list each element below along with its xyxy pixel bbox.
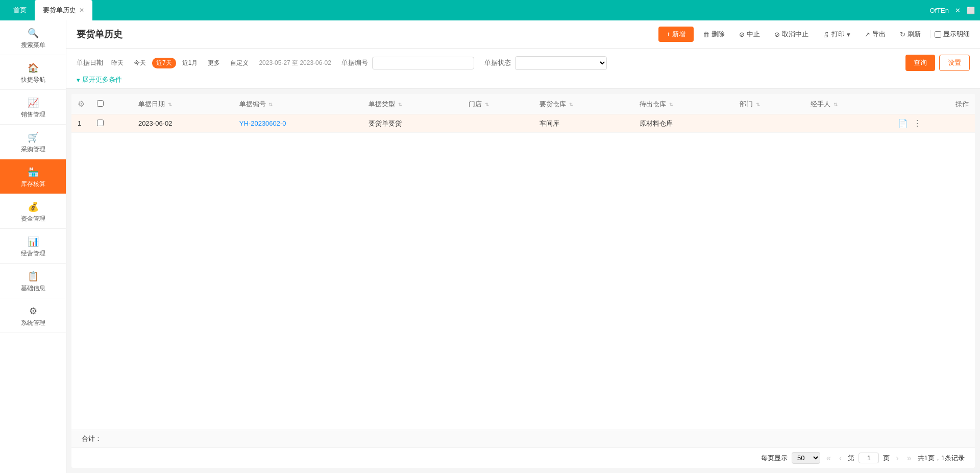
row-edit-button[interactable]: 📄 [896, 119, 910, 128]
content-area: 要货单历史 + 新增 🗑 删除 ⊘ 中止 ⊘ 取消中止 🖨 打印 [66, 20, 980, 473]
td-req-warehouse: 车间库 [533, 114, 633, 133]
basic-info-icon: 📋 [28, 271, 39, 282]
th-store: 门店 ⇅ [462, 94, 533, 114]
filter-row-1: 单据日期 昨天 今天 近7天 近1月 更多 自定义 2023-05-27 至 2… [77, 55, 970, 71]
order-no-label: 单据编号 [341, 58, 368, 67]
divider [930, 30, 930, 38]
td-action: 📄 ⋮ [890, 114, 975, 133]
filter-group-status: 单据状态 [484, 56, 607, 70]
date-btn-more[interactable]: 更多 [204, 58, 224, 68]
th-action: 操作 [890, 94, 975, 114]
last-page-button[interactable]: » [905, 454, 914, 463]
status-select[interactable] [515, 56, 607, 70]
sidebar-item-search[interactable]: 🔍 搜索菜单 [0, 20, 66, 55]
tab-home[interactable]: 首页 [5, 0, 35, 20]
stop-button[interactable]: ⊘ 中止 [734, 27, 765, 41]
row-more-button[interactable]: ⋮ [912, 119, 923, 128]
expand-more-button[interactable]: ▾ 展开更多条件 [77, 75, 970, 84]
sort-store-icon[interactable]: ⇅ [485, 102, 489, 107]
page-number-input[interactable] [859, 453, 879, 463]
filter-action-buttons: 查询 设置 [905, 55, 970, 71]
stop-icon: ⊘ [739, 31, 745, 38]
table-header-row: ⚙ 单据日期 ⇅ 单据编号 ⇅ [71, 94, 975, 114]
date-btn-custom[interactable]: 自定义 [226, 58, 253, 68]
td-index: 1 [71, 114, 91, 133]
sidebar-label-purchase: 采购管理 [21, 145, 45, 154]
date-btn-yesterday[interactable]: 昨天 [107, 58, 128, 68]
sort-handler-icon[interactable]: ⇅ [834, 102, 838, 107]
sidebar-item-inventory[interactable]: 🏪 库存核算 [0, 159, 66, 194]
table-area: ⚙ 单据日期 ⇅ 单据编号 ⇅ [71, 94, 975, 468]
show-detail-checkbox[interactable] [935, 31, 941, 38]
print-dropdown-icon: ▾ [847, 31, 850, 38]
sort-type-icon[interactable]: ⇅ [398, 102, 402, 107]
sidebar-item-basic-info[interactable]: 📋 基础信息 [0, 264, 66, 298]
order-no-input[interactable] [372, 57, 474, 69]
sidebar-label-basic-info: 基础信息 [21, 284, 45, 293]
tab-close-icon[interactable]: ✕ [79, 7, 84, 14]
sort-date-icon[interactable]: ⇅ [168, 102, 172, 107]
date-buttons: 昨天 今天 近7天 近1月 更多 自定义 [107, 58, 253, 68]
settings-button[interactable]: 设置 [939, 55, 970, 71]
sort-req-warehouse-icon[interactable]: ⇅ [569, 102, 573, 107]
sidebar-item-sales[interactable]: 📈 销售管理 [0, 90, 66, 125]
print-icon: 🖨 [823, 31, 829, 38]
td-pending-warehouse: 原材料仓库 [633, 114, 733, 133]
footer-summary: 合计： [71, 430, 975, 447]
tab-order-history[interactable]: 要货单历史 ✕ [35, 0, 92, 20]
column-settings-icon[interactable]: ⚙ [78, 100, 85, 108]
sort-dept-icon[interactable]: ⇅ [756, 102, 760, 107]
th-req-warehouse: 要货仓库 ⇅ [533, 94, 633, 114]
page-size-select[interactable]: 10 20 50 100 [792, 452, 820, 464]
purchase-icon: 🛒 [28, 132, 39, 143]
sidebar-item-shortcuts[interactable]: 🏠 快捷导航 [0, 55, 66, 90]
brand-label: OfTEn [929, 7, 949, 14]
window-close-icon[interactable]: ✕ [955, 7, 961, 14]
cancel-stop-button[interactable]: ⊘ 取消中止 [769, 27, 814, 41]
window-maximize-icon[interactable]: ⬜ [967, 7, 975, 14]
sidebar-item-finance[interactable]: 💰 资金管理 [0, 194, 66, 229]
sidebar-item-system[interactable]: ⚙ 系统管理 [0, 298, 66, 333]
sort-no-icon[interactable]: ⇅ [268, 102, 273, 107]
refresh-button[interactable]: ↻ 刷新 [895, 27, 926, 41]
expand-icon: ▾ [77, 76, 80, 84]
th-date: 单据日期 ⇅ [132, 94, 233, 114]
next-page-button[interactable]: › [894, 454, 900, 463]
td-handler [804, 114, 890, 133]
sort-pending-warehouse-icon[interactable]: ⇅ [669, 102, 673, 107]
th-pending-warehouse: 待出仓库 ⇅ [633, 94, 733, 114]
order-no-link[interactable]: YH-20230602-0 [239, 120, 286, 127]
date-btn-1month[interactable]: 近1月 [178, 58, 202, 68]
show-detail-label[interactable]: 显示明细 [935, 30, 970, 39]
date-btn-today[interactable]: 今天 [130, 58, 150, 68]
sidebar-label-sales: 销售管理 [21, 110, 45, 119]
filter-group-order-no: 单据编号 [341, 57, 474, 69]
refresh-icon: ↻ [900, 31, 905, 38]
row-checkbox[interactable] [97, 120, 104, 126]
total-info: 共1页，1条记录 [918, 454, 965, 463]
table-wrapper[interactable]: ⚙ 单据日期 ⇅ 单据编号 ⇅ [71, 94, 975, 430]
sidebar: 🔍 搜索菜单 🏠 快捷导航 📈 销售管理 🛒 采购管理 🏪 库存核算 💰 资金管… [0, 20, 66, 473]
top-bar-right: OfTEn ✕ ⬜ [929, 7, 975, 14]
sidebar-item-purchase[interactable]: 🛒 采购管理 [0, 125, 66, 159]
sidebar-label-finance: 资金管理 [21, 215, 45, 223]
export-icon: ↗ [865, 31, 870, 38]
th-no: 单据编号 ⇅ [233, 94, 362, 114]
first-page-button[interactable]: « [824, 454, 833, 463]
sidebar-item-management[interactable]: 📊 经营管理 [0, 229, 66, 264]
pagination: 每页显示 10 20 50 100 « ‹ 第 页 › » 共1页，1条记录 [71, 447, 975, 468]
print-button[interactable]: 🖨 打印 ▾ [818, 27, 855, 41]
finance-icon: 💰 [28, 201, 39, 212]
expand-more-container: ▾ 展开更多条件 [77, 75, 970, 84]
query-button[interactable]: 查询 [905, 55, 935, 71]
sidebar-label-search: 搜索菜单 [21, 41, 45, 50]
management-icon: 📊 [28, 236, 39, 247]
select-all-checkbox[interactable] [97, 100, 104, 107]
top-bar: 首页 要货单历史 ✕ OfTEn ✕ ⬜ [0, 0, 980, 20]
export-button[interactable]: ↗ 导出 [860, 27, 891, 41]
header-actions: + 新增 🗑 删除 ⊘ 中止 ⊘ 取消中止 🖨 打印 ▾ [658, 27, 970, 48]
date-btn-7days[interactable]: 近7天 [152, 58, 176, 68]
prev-page-button[interactable]: ‹ [837, 454, 844, 463]
delete-button[interactable]: 🗑 删除 [698, 27, 730, 41]
new-button[interactable]: + 新增 [658, 27, 694, 42]
